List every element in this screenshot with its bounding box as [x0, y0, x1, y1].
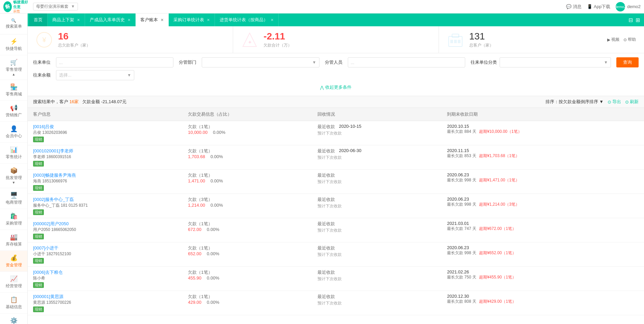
th-overdue-date: 到期未收款日期 [442, 108, 644, 121]
refresh-btn[interactable]: ⊙ 刷新 [625, 99, 639, 105]
table-header: 客户信息 欠款交易信息（占比） 回收情况 到期未收款日期 [28, 108, 644, 121]
customer-name-link[interactable]: [0007]小进干 [33, 245, 58, 251]
debt-ratio: 0.00% [207, 227, 219, 232]
customer-name-link[interactable]: [0003]畅捷服务尹海燕 [33, 173, 76, 178]
sort-arrow-icon: ▼ [599, 99, 604, 104]
operations-icon: 📈 [1, 275, 26, 283]
search-menu-btn[interactable]: 🔍 搜索菜单 [3, 16, 25, 31]
close-tab-product-offshelf[interactable]: ✕ [77, 18, 80, 22]
overdue-date: 2020.06.23 [447, 245, 639, 250]
quick-nav-icon: ⚡ [1, 38, 26, 45]
overdue-amount-link[interactable]: 超期¥652.00（1笔） [479, 250, 516, 256]
tab-product-offshelf[interactable]: 商品上下架 ✕ [48, 13, 85, 26]
tab-customer-account[interactable]: 客户账本 ✕ [136, 13, 169, 26]
help-btn[interactable]: ⊙ 帮助 [623, 37, 636, 42]
collection-next: 预计下次收款 [317, 203, 437, 209]
customer-name-link[interactable]: [000002]用户2050 [33, 221, 69, 226]
sidebar-item-ecommerce[interactable]: 🖥️ 电商管理 [0, 188, 27, 209]
sidebar-item-inventory[interactable]: 🏭 库存核算 [0, 230, 27, 251]
sidebar-item-member-center[interactable]: 👤 会员中心 [0, 122, 27, 143]
nav-tabs: 首页 商品上下架 ✕ 产成品入库单历史 ✕ 客户账本 ✕ 采购订单统计表 ✕ [28, 13, 644, 26]
sidebar-item-batch-mgmt[interactable]: 📦 批发管理 ▼ [0, 164, 27, 188]
overdue-amount-link[interactable]: 超期¥1,703.68（1笔） [479, 153, 520, 159]
close-tab-customer-account[interactable]: ✕ [161, 18, 164, 22]
tab-purchase-stats[interactable]: 进货单统计表（按商品） ✕ [215, 13, 279, 26]
sidebar-item-retail-store[interactable]: 🏪 零售商城 [0, 80, 27, 101]
debt-count: 欠款（1笔） [188, 221, 306, 227]
debt-count: 欠款（3笔） [188, 197, 306, 203]
app-selector[interactable]: 母婴行业演示账套 ▼ [33, 3, 78, 10]
overdue-amount-link[interactable]: 超期¥429.00（1笔） [479, 299, 516, 304]
sidebar-item-finance[interactable]: 💰 资金管理 [0, 251, 27, 272]
filter-row-2: 往来余额 选择... ▼ [33, 70, 639, 80]
cell-customer-info: [0007]小进干 小进干 18279152100 现销 [28, 242, 183, 267]
table-row: [0016]吕俊 吕俊 13026203696 现销 欠款（1笔） 10,000… [28, 121, 644, 145]
close-tab-produce-history[interactable]: ✕ [128, 18, 131, 22]
overdue-days: 最长欠款 998 天 [447, 202, 476, 207]
customer-name-link[interactable]: [0001020001]李老师 [33, 148, 73, 153]
customer-table: 客户信息 欠款交易信息（占比） 回收情况 到期未收款日期 [0016]吕俊 吕俊… [28, 108, 644, 315]
user-menu[interactable]: demo2 demo2 [616, 2, 641, 11]
customer-name-link[interactable]: [0016]吕俊 [33, 124, 54, 129]
sidebar-item-system[interactable]: ⚙️ 系统管理 [0, 314, 27, 324]
avatar: demo2 [616, 2, 625, 11]
from-unit-input[interactable]: ... [56, 57, 173, 67]
manager-input[interactable]: ... [348, 57, 465, 67]
sidebar-item-basic-info[interactable]: 📋 基础信息 [0, 293, 27, 314]
balance-select[interactable]: 选择... ▼ [56, 70, 134, 80]
overdue-amount-link[interactable]: 超期¥455.90（1笔） [479, 274, 516, 280]
dept-select[interactable]: ▼ [202, 57, 319, 67]
overdue-days: 最长欠款 747 天 [447, 226, 476, 232]
minimize-icon[interactable]: ⊟ [628, 17, 633, 23]
unit-category-select[interactable]: ▼ [500, 57, 611, 67]
sidebar-item-quick-nav[interactable]: ⚡ 快捷导航 [0, 34, 27, 55]
message-btn[interactable]: 💬 消息 [566, 4, 582, 10]
tab-home[interactable]: 首页 [29, 13, 48, 26]
total-customers-value: 131 [469, 31, 494, 42]
sort-label: 排序：按欠款金额倒序排序 ▼ [545, 99, 604, 105]
svg-text:¥: ¥ [42, 36, 46, 43]
sidebar-item-operations[interactable]: 📈 经营管理 [0, 272, 27, 293]
cell-debt-info: 欠款（1笔） 672.00 0.00% [183, 218, 312, 242]
th-debt-info: 欠款交易信息（占比） [183, 108, 312, 121]
svg-rect-7 [454, 40, 457, 43]
cell-overdue: 2020.11.15 最长欠款 853 天 超期¥1,703.68（1笔） [442, 145, 644, 170]
collapse-btn[interactable]: ⋀ 收起更多条件 [33, 83, 639, 92]
sidebar-item-marketing[interactable]: 📢 营销推广 [0, 101, 27, 122]
app-download-btn[interactable]: 📱 App下载 [587, 4, 610, 10]
sidebar-item-purchase-mgmt[interactable]: 🛍️ 采购管理 [0, 209, 27, 230]
table-container: 客户信息 欠款交易信息（占比） 回收情况 到期未收款日期 [0016]吕俊 吕俊… [28, 108, 644, 324]
view-video-btn[interactable]: ▶ 视频 [607, 37, 619, 42]
close-tab-purchase-stats[interactable]: ✕ [271, 18, 274, 22]
cell-customer-info: [000002]用户2050 用户2050 18665062050 现销 [28, 218, 183, 242]
sidebar-item-retail-mgmt[interactable]: 🛒 零售管理 ▲ [0, 55, 27, 80]
finance-icon: 💰 [1, 254, 26, 262]
svg-rect-6 [450, 40, 453, 43]
logo-text: 畅捷通好生意 示范 [13, 0, 30, 13]
cell-debt-info: 欠款（1笔） 10,000.00 0.00% [183, 121, 312, 145]
overdue-amount-link[interactable]: 超期¥10,000.00（1笔） [479, 129, 522, 135]
overdue-amount-link[interactable]: 超期¥672.00（1笔） [479, 226, 516, 232]
cell-collection: 最近收款 预计下次收款 [312, 218, 442, 242]
cell-collection: 最近收款 2020-06-30 预计下次收款 [312, 145, 442, 170]
overdue-amount-link[interactable]: 超期¥1,214.00（3笔） [479, 202, 520, 207]
overdue-amount-link[interactable]: 超期¥1,471.00（1笔） [479, 177, 520, 183]
close-tab-purchase-order[interactable]: ✕ [207, 18, 210, 22]
search-button[interactable]: 查询 [616, 57, 639, 67]
cell-debt-info: 欠款（1笔） 429.00 0.00% [183, 291, 312, 315]
customer-tag: 现销 [33, 258, 44, 264]
sidebar-item-retail-stats[interactable]: 📊 零售统计 [0, 143, 27, 164]
customer-name-link[interactable]: [0002]服务中心_丁磊 [33, 197, 74, 202]
tab-purchase-order[interactable]: 采购订单统计表 ✕ [169, 13, 215, 26]
customer-name-link[interactable]: [000001]黄思源 [33, 294, 63, 299]
cell-customer-info: [000001]黄思源 黄思源 13552700226 现销 [28, 291, 183, 315]
retail-stats-icon: 📊 [1, 146, 26, 153]
tab-produce-history[interactable]: 产成品入库单历史 ✕ [85, 13, 136, 26]
help-icon: ⊙ [623, 37, 627, 42]
chevron-down-icon: ▼ [127, 73, 131, 78]
debt-count: 欠款（1笔） [188, 172, 306, 178]
maximize-icon[interactable]: ⊞ [636, 17, 640, 23]
export-btn[interactable]: ⊙ 导出 [608, 99, 621, 105]
customer-name-link[interactable]: [0006]去下粮仓 [33, 270, 63, 275]
customer-tag: 现销 [33, 209, 44, 215]
